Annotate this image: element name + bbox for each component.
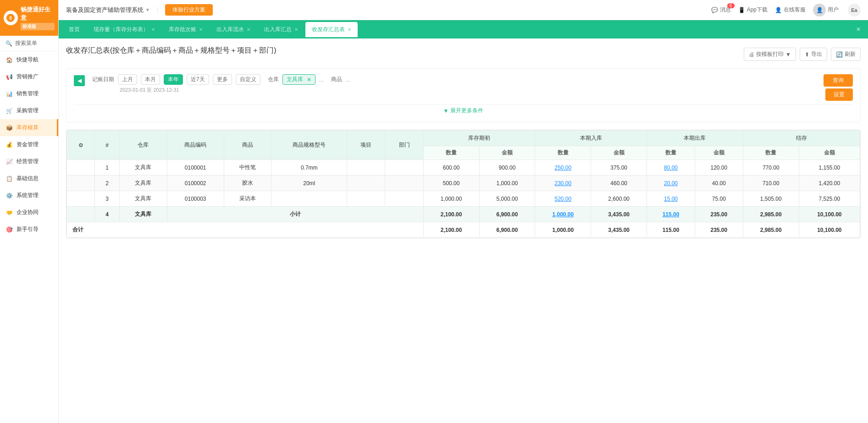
- th-balance: 结存: [743, 131, 860, 146]
- sidebar-item-operations[interactable]: 📈 经营管理: [0, 153, 58, 170]
- row-opening-qty: 500.00: [423, 176, 479, 191]
- row-balance-amt: 7,525.00: [799, 191, 860, 207]
- warehouse-more[interactable]: ...: [319, 77, 324, 83]
- sidebar-item-enterprise[interactable]: 🤝 企业协同: [0, 204, 58, 221]
- export-btn[interactable]: ⬆ 导出: [800, 48, 827, 61]
- sidebar-label-marketing: 营销推广: [17, 73, 39, 81]
- print-icon: 🖨: [749, 51, 754, 58]
- filter-section: ◀ 记账日期 上月 本月 本年 近7天 更多 自定义: [66, 68, 861, 122]
- date-btn-this-year[interactable]: 本年: [164, 74, 183, 85]
- row-product: 胶水: [224, 176, 271, 191]
- row-settings[interactable]: [67, 191, 95, 207]
- tab-inout-summary-close[interactable]: ✕: [294, 27, 298, 32]
- subtotal-settings: [67, 207, 95, 222]
- tab-inout-summary-label: 出入库汇总: [264, 26, 292, 33]
- sidebar-item-inventory[interactable]: 📦 库存核算: [0, 119, 58, 136]
- search-menu-label: 搜索菜单: [15, 39, 37, 47]
- date-btn-more[interactable]: 更多: [213, 74, 232, 85]
- system-icon: ⚙️: [6, 192, 13, 199]
- date-btn-7days[interactable]: 近7天: [187, 74, 209, 85]
- th-spec: 商品规格型号: [271, 131, 347, 160]
- messages-action[interactable]: 💬 消息 6: [711, 6, 731, 14]
- sidebar-item-sales[interactable]: 📊 销售管理: [0, 85, 58, 102]
- th-opening-qty: 数量: [423, 146, 479, 160]
- tab-inventory-dist[interactable]: 现存量（库存分布表） ✕: [87, 22, 161, 37]
- row-in-qty[interactable]: 520.00: [535, 191, 591, 207]
- sidebar-item-marketing[interactable]: 📢 营销推广: [0, 68, 58, 85]
- sidebar-item-purchase[interactable]: 🛒 采购管理: [0, 102, 58, 119]
- tab-inout-summary[interactable]: 出入库汇总 ✕: [258, 22, 304, 37]
- print-btn[interactable]: 🖨 按模板打印 ▼: [744, 48, 796, 61]
- warehouse-tag[interactable]: 文具库 ✕: [282, 74, 315, 85]
- logo-area: 6 畅捷通好生意 标准版: [0, 0, 58, 36]
- tab-flow-close[interactable]: ✕: [247, 27, 250, 32]
- row-in-amt: 460.00: [591, 176, 647, 191]
- row-balance-qty: 710.00: [743, 176, 799, 191]
- warehouse-tag-close[interactable]: ✕: [307, 77, 311, 83]
- date-filter-group: 记账日期 上月 本月 本年 近7天 更多 自定义: [92, 74, 260, 85]
- sidebar-label-guide: 新手引导: [17, 225, 39, 233]
- tab-flow[interactable]: 出入库流水 ✕: [210, 22, 257, 37]
- search-menu[interactable]: 🔍 搜索菜单: [0, 36, 58, 51]
- th-opening: 库存期初: [423, 131, 535, 146]
- tab-batch-close[interactable]: ✕: [199, 27, 203, 32]
- inventory-icon: 📦: [6, 124, 13, 132]
- row-in-qty[interactable]: 230.00: [535, 176, 591, 191]
- sidebar-item-system[interactable]: ⚙️ 系统管理: [0, 187, 58, 204]
- total-in-amt: 3,435.00: [591, 222, 647, 238]
- subtotal-out-qty[interactable]: 115.00: [647, 207, 695, 222]
- export-icon: ⬆: [805, 51, 809, 58]
- tab-receipt-summary-close[interactable]: ✕: [348, 27, 351, 32]
- total-balance-amt: 10,100.00: [799, 222, 860, 238]
- row-out-amt: 120.00: [695, 160, 743, 176]
- row-settings[interactable]: [67, 176, 95, 191]
- app-download-label: App下载: [747, 6, 768, 14]
- refresh-btn[interactable]: 🔄 刷新: [831, 48, 861, 61]
- th-balance-amt: 金额: [799, 146, 860, 160]
- row-index: 3: [95, 191, 120, 207]
- row-out-qty[interactable]: 15.00: [647, 191, 695, 207]
- row-out-qty[interactable]: 80.00: [647, 160, 695, 176]
- tab-inventory-dist-close[interactable]: ✕: [151, 27, 155, 32]
- row-in-qty[interactable]: 250.00: [535, 160, 591, 176]
- avatar: 👤: [813, 4, 826, 16]
- online-service-action[interactable]: 👤 在线客服: [775, 6, 806, 14]
- filter-collapse-btn[interactable]: ◀: [74, 75, 85, 86]
- expand-more-btn[interactable]: ▼ 展开更多条件: [74, 104, 853, 116]
- home-icon: 🏠: [6, 56, 13, 64]
- subtotal-row: 4 文具库 小计 2,100.00 6,900.00 1,000.00 3,43…: [67, 207, 860, 222]
- row-settings[interactable]: [67, 160, 95, 176]
- sidebar-item-base-info[interactable]: 📋 基础信息: [0, 170, 58, 187]
- th-code: 商品编码: [167, 131, 224, 160]
- user-action[interactable]: 👤 用户: [813, 4, 839, 16]
- topbar: 装备及固定资产辅助管理系统 ▼ 体验行业方案 💬 消息 6 📱 App下载 👤 …: [59, 0, 868, 20]
- column-settings-icon[interactable]: ⚙: [78, 142, 83, 148]
- experience-btn[interactable]: 体验行业方案: [165, 4, 213, 16]
- marketing-icon: 📢: [6, 73, 13, 81]
- tabbar-close-all[interactable]: ✕: [852, 24, 864, 34]
- date-filter-label: 记账日期: [92, 76, 114, 83]
- settings-btn[interactable]: 设置: [825, 88, 853, 101]
- sidebar-item-finance[interactable]: 💰 资金管理: [0, 136, 58, 153]
- row-opening-amt: 1,000.00: [479, 176, 535, 191]
- app-download-action[interactable]: 📱 App下载: [738, 6, 768, 14]
- row-code: 0100002: [167, 176, 224, 191]
- sidebar-item-guide[interactable]: 🎯 新手引导: [0, 221, 58, 238]
- th-settings[interactable]: ⚙: [67, 131, 95, 160]
- query-btn[interactable]: 查询: [824, 74, 853, 87]
- date-btn-this-month[interactable]: 本月: [141, 74, 160, 85]
- row-product: 采访本: [224, 191, 271, 207]
- th-out: 本期出库: [647, 131, 743, 146]
- date-btn-custom[interactable]: 自定义: [236, 74, 260, 85]
- date-btn-prev-month[interactable]: 上月: [118, 74, 137, 85]
- sidebar-item-quick-nav[interactable]: 🏠 快捷导航: [0, 51, 58, 68]
- subtotal-in-qty[interactable]: 1,000.00: [535, 207, 591, 222]
- row-in-amt: 2,600.00: [591, 191, 647, 207]
- tab-home[interactable]: 首页: [62, 22, 86, 37]
- total-balance-qty: 2,985.00: [743, 222, 799, 238]
- row-out-qty[interactable]: 20.00: [647, 176, 695, 191]
- product-more[interactable]: ...: [346, 77, 350, 83]
- tab-receipt-summary[interactable]: 收发存汇总表 ✕: [305, 22, 358, 37]
- tab-batch[interactable]: 库存批次账 ✕: [162, 22, 209, 37]
- header-right-actions: 🖨 按模板打印 ▼ ⬆ 导出 🔄 刷新: [744, 48, 861, 61]
